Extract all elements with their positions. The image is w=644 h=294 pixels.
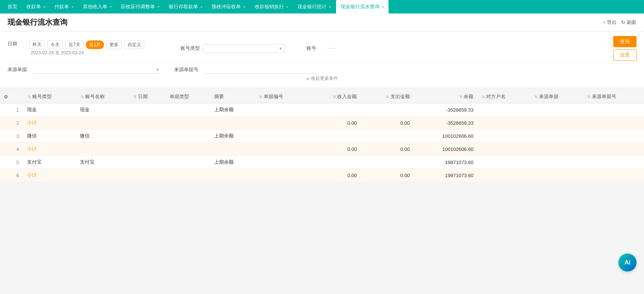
sort-icon: ⇅ [534,95,537,99]
th-account-name[interactable]: ⇅ 账号名称 [76,90,129,103]
table-header: ⚙ ⇅ 账号类型 ⇅ 账号名称 ⇅ 日期 单据类型 摘要 ⇅ 单据编号 ⇅ 收入… [0,90,644,103]
th-source-doc-no[interactable]: ⇅ 来源单据号 [583,90,644,103]
query-button[interactable]: 查询 [613,36,636,47]
account-ellipsis-button[interactable]: ··· [328,45,335,52]
row-doc-type [166,130,210,143]
th-doc-no[interactable]: ⇅ 单据编号 [255,90,308,103]
source-doc-select[interactable]: ▾ [33,66,161,74]
table-row: 3 微信 微信 上期余额 100102606.60 [0,130,644,143]
date-btn-custom[interactable]: 自定义 [124,40,144,49]
setting-button[interactable]: 设置 [613,49,636,61]
nav-tab-writeoff-label: 收款核销执行 [255,3,284,10]
close-icon[interactable]: × [157,4,159,9]
nav-tab-bank-stats[interactable]: 现金银行统计 × [293,0,336,13]
row-counterpart [477,116,530,130]
row-summary [210,143,255,156]
nav-tab-adjustment[interactable]: 应收应付调整单 × [116,0,164,13]
nav-tab-other-income-label: 其他收入单 [83,3,107,10]
row-income: 0.00 [308,116,360,130]
nav-tab-prepay[interactable]: 预收冲应收单 × [207,0,250,13]
sort-icon: ⇅ [459,95,462,99]
export-icon: ↑ [603,19,606,25]
close-icon[interactable]: × [286,4,288,9]
date-range-display: 2023-02-24 至 2023-03-24 [31,50,144,56]
nav-tab-cashflow[interactable]: 现金银行流水查询 × [336,0,389,13]
chevron-up-icon: ∧ [306,76,309,81]
row-summary: 上期余额 [210,130,255,143]
sort-icon: ⇅ [134,95,137,99]
row-source-doc [530,156,583,169]
filter-row-source: 来源单据 ▾ 来源单据号 [8,66,636,74]
table-body: 1 现金 现金 上期余额 -3528659.33 2 小计 0.00 0.00 … [0,103,644,182]
nav-tab-home[interactable]: 首页 [3,0,22,13]
export-button[interactable]: ↑ 导出 [603,19,617,26]
row-account-type: 小计 [23,143,76,156]
row-summary: 上期余额 [210,156,255,169]
table-row: 2 小计 0.00 0.00 -3528659.33 [0,116,644,130]
nav-tab-cashflow-label: 现金银行流水查询 [341,3,380,10]
th-expense[interactable]: ⇅ 支出金额 [360,90,413,103]
close-icon[interactable]: × [329,4,331,9]
collapse-label: 收起更多条件 [311,75,338,82]
row-gear [0,156,12,169]
nav-tab-receipt[interactable]: 收款单 × [22,0,50,13]
date-btn-7days[interactable]: 近7天 [65,40,84,49]
account-type-filter-group: 账号类型 ▾ [180,44,285,53]
table-row: 5 支付宝 支付宝 上期余额 19871073.60 [0,156,644,169]
close-icon[interactable]: × [382,4,384,9]
header-actions: ↑ 导出 ↻ 刷新 [603,19,637,26]
account-filter-group: 账号 ··· [306,45,335,52]
th-date[interactable]: ⇅ 日期 [129,90,166,103]
row-expense: 0.00 [360,116,413,130]
row-account-type: 支付宝 [23,156,76,169]
close-icon[interactable]: × [43,4,45,9]
row-doc-no [255,156,308,169]
nav-tab-payment-label: 付款单 [54,3,69,10]
chevron-down-icon: ▾ [279,46,282,51]
row-doc-type [166,103,210,116]
account-type-select[interactable]: ▾ [203,44,285,53]
th-income[interactable]: ⇅ 收入金额 [308,90,360,103]
row-summary [210,169,255,182]
row-num: 6 [12,169,23,182]
row-doc-no [255,103,308,116]
row-date [129,143,166,156]
nav-tab-payment[interactable]: 付款单 × [50,0,78,13]
date-filter-group: 日期 昨天 今天 近7天 近1月 更多 自定义 2023-02-24 至 202… [8,40,144,56]
nav-tab-writeoff[interactable]: 收款核销执行 × [250,0,293,13]
close-icon[interactable]: × [110,4,112,9]
export-label: 导出 [607,19,617,26]
th-account-type[interactable]: ⇅ 账号类型 [23,90,76,103]
sort-icon: ⇅ [482,95,485,99]
close-icon[interactable]: × [71,4,74,9]
th-counterpart[interactable]: ⇅ 对方户名 [477,90,530,103]
row-num: 2 [12,116,23,130]
row-gear [0,143,12,156]
nav-tab-other-income[interactable]: 其他收入单 × [78,0,116,13]
date-btn-today[interactable]: 今天 [47,40,63,49]
row-source-doc [530,169,583,182]
refresh-button[interactable]: ↻ 刷新 [621,19,636,26]
date-btn-1month[interactable]: 近1月 [86,40,104,49]
th-source-doc[interactable]: ⇅ 来源单据 [530,90,583,103]
row-expense: 0.00 [360,169,413,182]
th-balance[interactable]: ⇅ 余额 [414,90,477,103]
close-icon[interactable]: × [200,4,203,9]
top-nav: 首页 收款单 × 付款单 × 其他收入单 × 应收应付调整单 × 银行存取款单 … [0,0,644,13]
date-btn-more[interactable]: 更多 [106,40,122,49]
collapse-bar[interactable]: ∧ 收起更多条件 [8,74,636,83]
sort-icon: ⇅ [81,95,84,99]
th-settings[interactable]: ⚙ [0,90,12,103]
filter-area: 日期 昨天 今天 近7天 近1月 更多 自定义 2023-02-24 至 202… [0,31,644,88]
row-num: 4 [12,143,23,156]
row-doc-no [255,169,308,182]
row-account-name: 微信 [76,130,129,143]
close-icon[interactable]: × [243,4,245,9]
date-btn-yesterday[interactable]: 昨天 [29,40,45,49]
source-doc-label: 来源单据 [8,66,27,73]
source-doc-no-input[interactable] [204,66,317,74]
row-income [308,130,360,143]
row-counterpart [477,169,530,182]
nav-tab-bank[interactable]: 银行存取款单 × [164,0,207,13]
row-balance: -3528659.33 [414,103,477,116]
